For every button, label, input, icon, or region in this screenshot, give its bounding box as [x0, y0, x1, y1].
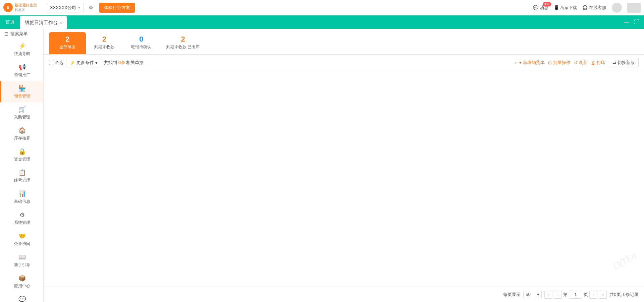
quick-nav-icon: ⚡: [18, 42, 26, 50]
message-icon: 💬: [533, 5, 538, 10]
sidebar-item-quick-nav[interactable]: ⚡ 快捷导航: [0, 39, 43, 60]
select-all-checkbox[interactable]: 全选: [49, 60, 63, 66]
refresh-icon: ↺: [574, 60, 578, 65]
sidebar-finance-label: 资金管理: [14, 157, 30, 162]
batch-label: 批量操作: [553, 60, 571, 66]
prev-page-btn[interactable]: ‹: [554, 291, 562, 299]
found-prefix: 共找到: [104, 60, 117, 65]
stat-tab-all[interactable]: 2 全部单据: [49, 32, 86, 54]
app-download-btn[interactable]: 📱 App下载: [554, 5, 577, 11]
sidebar-guide-label: 新手引导: [14, 262, 30, 268]
user-menu[interactable]: [627, 3, 641, 13]
print-label: 打印: [597, 60, 605, 66]
search-icon: ☰: [4, 32, 8, 37]
tab-close-icon[interactable]: ×: [60, 20, 62, 25]
tab-minimize-icon[interactable]: —: [623, 18, 631, 26]
stat-wangpu-label: 旺铺待确认: [131, 44, 151, 50]
sidebar-item-guide[interactable]: 📖 新手引导: [0, 250, 43, 271]
stat-unshipped-label: 到期未收款 已出库: [166, 44, 200, 50]
add-sales-btn[interactable]: ＋ + 新增销货单: [514, 60, 545, 66]
tab-label: 钱货日清工作台: [25, 20, 58, 26]
switch-btn[interactable]: ⇄ 切换新版: [609, 58, 639, 67]
sidebar-item-cooperation[interactable]: 🤝 企业协同: [0, 229, 43, 250]
stat-wangpu-num: 0: [139, 35, 143, 44]
sidebar-search-label: 搜索菜单: [10, 31, 28, 37]
service-icon: 🎧: [582, 5, 588, 10]
tab-home[interactable]: 首页: [0, 15, 20, 29]
next-page-btn[interactable]: ›: [589, 291, 597, 299]
first-page-btn[interactable]: «: [544, 291, 552, 299]
sidebar-item-system[interactable]: ⚙ 系统管理: [0, 208, 43, 229]
sidebar-item-purchase[interactable]: 🛒 采购管理: [0, 102, 43, 123]
add-label: + 新增销货单: [519, 60, 545, 66]
select-all-label: 全选: [55, 60, 63, 66]
stats-tabs: 2 全部单据 2 到期未收款 0 旺铺待确认 2 到期未收款 已出库: [44, 29, 644, 55]
switch-icon: ⇄: [612, 60, 616, 65]
main-layout: ☰ 搜索菜单 ⚡ 快捷导航 📢 营销推广 🏪 销售管理 🛒 采购管理 🏠 库存核…: [0, 29, 644, 302]
page-label: 第: [563, 292, 568, 298]
guide-icon: 📖: [18, 253, 26, 261]
refresh-btn[interactable]: ↺ 刷新: [574, 60, 588, 66]
sidebar-basic-info-label: 基础信息: [14, 199, 30, 204]
content-area: 2 全部单据 2 到期未收款 0 旺铺待确认 2 到期未收款 已出库 全选: [44, 29, 644, 302]
sidebar-operations-label: 经营管理: [14, 178, 30, 183]
tab-bar-right: — ⛶: [623, 18, 644, 26]
settings-icon[interactable]: ⚙: [86, 3, 96, 13]
table-area: OfTEn: [44, 71, 644, 287]
per-page-arrow: ▾: [537, 292, 539, 297]
service-label: 在线客服: [589, 5, 606, 11]
sidebar-item-marketing[interactable]: 📢 营销推广: [0, 60, 43, 81]
stat-tab-unshipped[interactable]: 2 到期未收款 已出库: [160, 32, 206, 54]
sidebar-item-app-center[interactable]: 📦 应用中心: [0, 271, 43, 292]
sidebar-item-sales[interactable]: 🏪 销售管理: [0, 81, 43, 102]
sidebar-purchase-label: 采购管理: [14, 114, 30, 120]
per-page-select[interactable]: 50 ▾: [523, 291, 542, 298]
sidebar-item-operations[interactable]: 📋 经营管理: [0, 166, 43, 187]
stat-tab-overdue[interactable]: 2 到期未收款: [86, 32, 123, 54]
page-input[interactable]: [569, 291, 582, 299]
print-icon: 🖨: [591, 60, 595, 65]
tab-current[interactable]: 钱货日清工作台 ×: [20, 16, 67, 29]
logo-icon: 6: [3, 3, 13, 12]
logo-area: 6 畅捷通好生意 标准版: [3, 3, 47, 12]
marketing-icon: 📢: [18, 63, 26, 71]
found-suffix: 相关单据: [126, 60, 144, 65]
stat-overdue-label: 到期未收款: [94, 44, 114, 50]
sidebar-app-center-label: 应用中心: [14, 283, 30, 289]
online-service-btn[interactable]: 🎧 在线客服: [582, 5, 606, 11]
sidebar-item-wechat[interactable]: 💬 企业微信: [0, 292, 43, 302]
batch-icon: ⊞: [548, 60, 552, 65]
page-suffix: 页: [584, 292, 588, 298]
toolbar: 全选 ⚡ 更多条件 ▾ 共找到 0条 相关单据 ＋ + 新增销货单: [44, 55, 644, 71]
filter-btn[interactable]: ⚡ 更多条件 ▾: [66, 58, 101, 67]
sidebar-marketing-label: 营销推广: [14, 72, 30, 78]
sidebar-sales-label: 销售管理: [14, 93, 30, 99]
sidebar: ☰ 搜索菜单 ⚡ 快捷导航 📢 营销推广 🏪 销售管理 🛒 采购管理 🏠 库存核…: [0, 29, 44, 302]
page-nav: « ‹ 第 页 › »: [544, 291, 607, 299]
switch-label: 切换新版: [618, 60, 635, 66]
logo-badge: 标准版: [15, 8, 37, 12]
sidebar-system-label: 系统管理: [14, 220, 30, 226]
sidebar-item-finance[interactable]: 🔒 资金管理: [0, 144, 43, 166]
batch-btn[interactable]: ⊞ 批量操作: [548, 60, 571, 66]
logo-text-block: 畅捷通好生意 标准版: [15, 3, 37, 12]
cooperation-icon: 🤝: [18, 232, 26, 240]
inventory-icon: 🏠: [18, 127, 26, 134]
company-selector[interactable]: XXXXXX公司 ▼: [47, 3, 84, 12]
select-all-input[interactable]: [49, 61, 53, 65]
header-right: 💬 消息 99+ 📱 App下载 🎧 在线客服: [533, 3, 641, 13]
sidebar-item-search[interactable]: ☰ 搜索菜单: [0, 29, 43, 39]
filter-label: 更多条件: [76, 60, 94, 66]
stat-tab-wangpu[interactable]: 0 旺铺待确认: [123, 32, 160, 54]
sidebar-item-basic-info[interactable]: 📊 基础信息: [0, 187, 43, 208]
last-page-btn[interactable]: »: [599, 291, 607, 299]
sidebar-cooperation-label: 企业协同: [14, 241, 30, 247]
message-btn[interactable]: 💬 消息 99+: [533, 5, 548, 11]
avatar[interactable]: [612, 3, 622, 13]
sidebar-item-inventory[interactable]: 🏠 库存核算: [0, 123, 43, 144]
per-page-label: 每页显示: [503, 292, 521, 298]
print-btn[interactable]: 🖨 打印: [591, 60, 605, 66]
experience-btn[interactable]: 体验行业方案: [99, 3, 135, 13]
tab-maximize-icon[interactable]: ⛶: [633, 18, 641, 26]
stat-all-num: 2: [65, 35, 69, 44]
